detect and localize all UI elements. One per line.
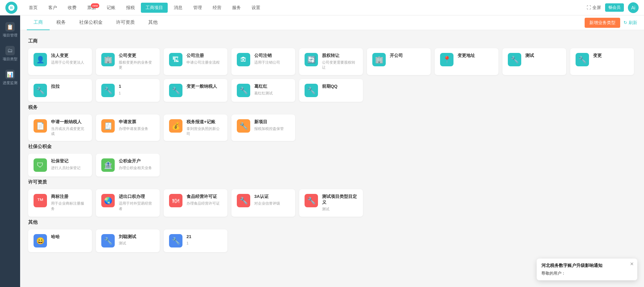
sidebar-icon: 🗂 bbox=[5, 46, 15, 55]
nav-item-设置[interactable]: 设置 bbox=[247, 3, 265, 13]
sidebar-item-项目类型[interactable]: 🗂 项目类型 bbox=[0, 43, 20, 65]
card-item[interactable]: 🔄 股权转让 公司变更需要股权转让 bbox=[299, 48, 363, 75]
tab-其他[interactable]: 其他 bbox=[142, 15, 164, 30]
card-desc: 葛红红测试 bbox=[254, 91, 290, 96]
card-item[interactable]: ™ 商标注册 用于企业商标注册服务 bbox=[28, 189, 92, 216]
card-item[interactable]: 🛡 社保登记 进行人员社保登记 bbox=[28, 154, 92, 176]
tab-actions: 新增业务类型 ↻ 刷新 bbox=[585, 18, 637, 28]
card-name: 法人变更 bbox=[51, 53, 87, 59]
notification-close[interactable]: ✕ bbox=[630, 261, 634, 267]
card-icon: 📍 bbox=[440, 53, 453, 66]
card-name: 公司注销 bbox=[254, 53, 290, 59]
card-info: 法人变更 适用于公司变更法人 bbox=[51, 53, 87, 65]
tab-工商[interactable]: 工商 bbox=[27, 15, 50, 30]
card-item[interactable]: 😄 哈哈 bbox=[28, 229, 92, 252]
app-logo[interactable] bbox=[5, 2, 17, 14]
nav-item-工商项目[interactable]: 工商项目 bbox=[141, 3, 168, 13]
content-area: 工商 👤 法人变更 适用于公司变更法人 🏢 公司变更 股权变更外的业务变更 🏗 … bbox=[20, 30, 644, 287]
card-name: 变更一般纳税人 bbox=[186, 84, 222, 89]
card-item[interactable]: 🏢 公司变更 股权变更外的业务变更 bbox=[96, 48, 160, 75]
card-info: 股权转让 公司变更需要股权转让 bbox=[322, 53, 358, 70]
cards-grid: 👤 法人变更 适用于公司变更法人 🏢 公司变更 股权变更外的业务变更 🏗 公司注… bbox=[28, 48, 636, 102]
fullscreen-btn[interactable]: ⛶ 全屏 bbox=[587, 5, 601, 11]
tab-税务[interactable]: 税务 bbox=[50, 15, 72, 30]
nav-item-报税[interactable]: 报税 bbox=[121, 3, 140, 13]
card-icon: 🔧 bbox=[169, 234, 182, 247]
card-info: 税务报道+记账 拿到营业执照的新公司 bbox=[186, 119, 222, 137]
nav-item-收费[interactable]: 收费 bbox=[63, 3, 81, 13]
card-desc: 对企业信誉评级 bbox=[254, 201, 290, 206]
card-name: 税务报道+记账 bbox=[186, 119, 222, 125]
sidebar-icon: 📊 bbox=[5, 70, 15, 79]
refresh-button[interactable]: ↻ 刷新 bbox=[624, 20, 637, 26]
card-info: 拉拉 bbox=[51, 84, 87, 91]
card-name: 公积金开户 bbox=[119, 158, 154, 164]
vip-button[interactable]: 畅会员 bbox=[605, 3, 624, 12]
tab-许可资质[interactable]: 许可资质 bbox=[109, 15, 142, 30]
card-item[interactable]: 🔧 葛红红 葛红红测试 bbox=[231, 79, 295, 102]
nav-item-首页[interactable]: 首页 bbox=[24, 3, 42, 13]
card-icon: 🏢 bbox=[101, 53, 115, 66]
add-type-button[interactable]: 新增业务类型 bbox=[585, 18, 620, 28]
card-name: 变更 bbox=[593, 53, 629, 59]
card-desc: 适用于公司变更法人 bbox=[51, 60, 87, 65]
card-item[interactable]: 🔧 21 1 bbox=[164, 229, 227, 252]
card-item[interactable]: 🔧 3A认证 对企业信誉评级 bbox=[231, 189, 295, 216]
sidebar-item-进度监测[interactable]: 📊 进度监测 bbox=[0, 66, 20, 89]
card-item[interactable]: 🔧 新项目 报税加税控盘保管 bbox=[231, 115, 295, 141]
section-税务: 税务 📄 申请一般纳税人 当月或次月成变更完成 🧾 申请发票 办理申请发票业务 … bbox=[28, 104, 636, 141]
card-item[interactable]: 🔧 拉拉 bbox=[28, 79, 92, 102]
nav-item-经营[interactable]: 经营 bbox=[208, 3, 226, 13]
card-info: 葛红红 葛红红测试 bbox=[254, 84, 290, 96]
card-item[interactable]: 🏢 开公司 bbox=[367, 48, 431, 75]
nav-item-服务[interactable]: 服务 bbox=[227, 3, 246, 13]
nav-item-客户[interactable]: 客户 bbox=[44, 3, 62, 13]
card-icon: 🍽 bbox=[169, 194, 182, 207]
sidebar-label: 项目管理 bbox=[3, 33, 17, 38]
card-item[interactable]: 📄 申请一般纳税人 当月或次月成变更完成 bbox=[28, 115, 92, 141]
nav-item-记账[interactable]: 记账 bbox=[102, 3, 120, 13]
card-item[interactable]: 🔧 刘聪测试 测试 bbox=[96, 229, 160, 252]
card-item[interactable]: 🧾 申请发票 办理申请发票业务 bbox=[96, 115, 160, 141]
card-item[interactable]: 📍 变更地址 bbox=[435, 48, 498, 75]
card-desc: 适用于注销公司 bbox=[254, 60, 290, 65]
card-item[interactable]: 🔧 1 1 bbox=[96, 79, 160, 102]
nav-item-管理[interactable]: 管理 bbox=[189, 3, 207, 13]
card-item[interactable]: 👤 法人变更 适用于公司变更法人 bbox=[28, 48, 92, 75]
card-item[interactable]: 🔧 变更 bbox=[570, 48, 634, 75]
card-item[interactable]: 🌏 进出口权办理 适用于对外贸易经营者 bbox=[96, 189, 160, 216]
card-item[interactable]: 🔧 测试项目类型目定义 测试 bbox=[299, 189, 363, 216]
card-item[interactable]: 🔧 变更一般纳税人 bbox=[164, 79, 227, 102]
card-desc: 测试 bbox=[119, 241, 154, 246]
card-item[interactable]: 🏗 公司注册 申请公司注册全流程 bbox=[164, 48, 227, 75]
card-item[interactable]: 🍽 食品经营许可证 办理食品经营许可证 bbox=[164, 189, 227, 216]
card-item[interactable]: 🏦 公积金开户 办理公积金相关业务 bbox=[96, 154, 160, 176]
tab-社保公积金[interactable]: 社保公积金 bbox=[72, 15, 109, 30]
section-title: 税务 bbox=[28, 104, 636, 111]
section-其他: 其他 😄 哈哈 🔧 刘聪测试 测试 🔧 21 1 bbox=[28, 219, 636, 252]
card-name: 前期QQ bbox=[322, 84, 358, 89]
card-info: 1 1 bbox=[119, 84, 154, 96]
card-item[interactable]: 🔧 前期QQ bbox=[299, 79, 363, 102]
section-工商: 工商 👤 法人变更 适用于公司变更法人 🏢 公司变更 股权变更外的业务变更 🏗 … bbox=[28, 38, 636, 102]
nav-item-票据[interactable]: 票据new bbox=[83, 3, 101, 13]
avatar[interactable]: Ai bbox=[628, 2, 639, 13]
card-info: 公积金开户 办理公积金相关业务 bbox=[119, 158, 154, 170]
nav-item-消息[interactable]: 消息 bbox=[169, 3, 187, 13]
card-name: 开公司 bbox=[390, 53, 425, 59]
card-name: 申请发票 bbox=[119, 119, 154, 125]
card-info: 21 1 bbox=[186, 234, 222, 246]
main-wrapper: 工商税务社保公积金许可资质其他 新增业务类型 ↻ 刷新 工商 👤 法人变更 适用… bbox=[20, 15, 644, 287]
nav-badge-new: new bbox=[91, 3, 99, 8]
card-info: 新项目 报税加税控盘保管 bbox=[254, 119, 290, 131]
card-icon: 🔧 bbox=[305, 84, 318, 97]
card-info: 商标注册 用于企业商标注册服务 bbox=[51, 194, 87, 211]
sidebar-item-项目管理[interactable]: 📋 项目管理 bbox=[0, 19, 20, 41]
card-desc: 进行人员社保登记 bbox=[51, 165, 87, 170]
top-nav: 首页客户收费票据new记账报税工商项目消息管理经营服务设置 ⛶ 全屏 畅会员 A… bbox=[0, 0, 644, 15]
card-item[interactable]: 💰 税务报道+记账 拿到营业执照的新公司 bbox=[164, 115, 227, 141]
card-item[interactable]: 🏚 公司注销 适用于注销公司 bbox=[231, 48, 295, 75]
nav-right: ⛶ 全屏 畅会员 Ai bbox=[587, 2, 639, 13]
card-item[interactable]: 🔧 测试 bbox=[502, 48, 566, 75]
card-icon: 🏚 bbox=[237, 53, 250, 66]
